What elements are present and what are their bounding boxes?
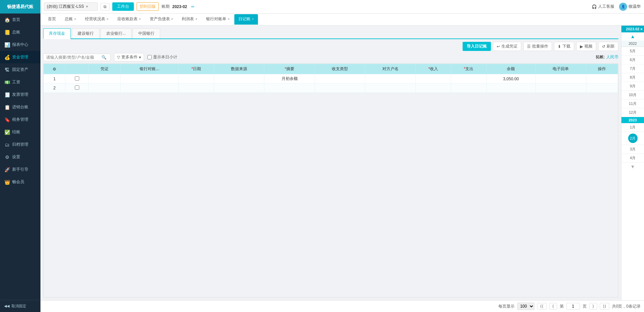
tab-close-icon[interactable]: × [107,17,109,21]
sidebar-item-资金管理[interactable]: 💰资金管理 [0,51,40,63]
sidebar-item-归档管理[interactable]: 🗂归档管理 [0,138,40,151]
bank-tab-库存现金[interactable]: 库存现金 [43,28,71,39]
show-daily-label[interactable]: 显示本日小计 [147,54,177,60]
batch-op-button[interactable]: ☰ 批量操作 [523,42,552,51]
tab-利润表[interactable]: 利润表 × [178,14,201,25]
download-button[interactable]: ⬇ 下载 [554,42,574,51]
month-item-2022-9月[interactable]: 9月 [621,82,644,91]
search-icon[interactable]: 🔍 [101,55,107,60]
sidebar-label: 报表中心 [12,42,28,48]
month-item-2022-5月[interactable]: 5月 [621,47,644,56]
switch-version-button[interactable]: 切到旧版 [137,2,159,11]
row-checkbox[interactable] [75,76,79,81]
sidebar-icon: 🗂 [4,142,10,147]
tab-总账[interactable]: 总账 × [61,14,80,25]
sidebar-item-结账[interactable]: ✅结账 [0,126,40,138]
sidebar-item-进销台账[interactable]: 📋进销台账 [0,101,40,113]
tab-经营状况表[interactable]: 经营状况表 × [81,14,113,25]
tab-close-icon[interactable]: × [228,17,230,21]
search-input[interactable] [46,55,100,60]
last-page-button[interactable]: ⟩⟩ [600,303,609,310]
tab-应收账款表[interactable]: 应收账款表 × [113,14,145,25]
month-item-2023-3月[interactable]: 3月 [621,145,644,154]
tab-资产负债表[interactable]: 资产负债表 × [146,14,177,25]
tab-bar: 首页总账 ×经营状况表 ×应收账款表 ×资产负债表 ×利润表 ×银行对账单 ×日… [40,13,644,26]
td-6 [264,84,315,93]
sidebar-icon: 🧾 [4,92,10,97]
month-item-2022-7月[interactable]: 7月 [621,64,644,73]
currency-value[interactable]: 人民币 [606,54,618,60]
sidebar-item-首页[interactable]: 🏠首页 [0,13,40,26]
month-item-2023-1月[interactable]: 1月 [621,123,644,132]
year-2022-label: 2022 [621,40,644,47]
sidebar-item-报表中心[interactable]: 📊报表中心 [0,38,40,51]
bank-tab-建设银行[interactable]: 建设银行 [72,28,99,38]
month-item-2022-6月[interactable]: 6月 [621,56,644,64]
tab-首页[interactable]: 首页 [44,14,60,25]
topbar-right: 🎧 人工客服 👤 徐温华 [592,3,641,11]
tab-label: 资产负债表 [150,16,170,22]
tab-close-icon[interactable]: × [252,17,254,21]
company-selector[interactable]: (勿动) 江西服宝-LSS ▼ [44,2,98,11]
th-支出: *支出 [451,64,486,74]
refresh-button[interactable]: ↺ 刷新 [598,42,618,51]
sidebar-icon: ✅ [4,130,10,135]
sidebar-item-设置[interactable]: ⚙设置 [0,151,40,163]
month-item-2022-8月[interactable]: 8月 [621,73,644,82]
date-panel-close-icon[interactable]: × [640,27,643,32]
tab-close-icon[interactable]: × [171,17,173,21]
app-logo: 畅捷通易代账 [0,0,40,13]
bank-tab-中国银行[interactable]: 中国银行 [133,28,160,38]
td-12 [536,84,586,93]
worktable-button[interactable]: 工作台 [112,2,134,11]
month-item-2022-10月[interactable]: 10月 [621,91,644,100]
date-nav-down[interactable]: ▼ [621,163,644,171]
video-button[interactable]: ▶ 视频 [576,42,596,51]
show-daily-checkbox[interactable] [147,55,152,59]
tab-close-icon[interactable]: × [195,17,197,21]
human-service-button[interactable]: 🎧 人工客服 [592,4,614,9]
sidebar-item-固定资产[interactable]: 🏗固定资产 [0,63,40,76]
period-edit-icon[interactable]: ✏ [191,4,195,9]
th-收支类型: 收支类型 [315,64,365,74]
table-body: 1月初余额3,050.002 [44,74,618,93]
sidebar-label: 总账 [12,29,20,35]
unpin-icon: ◀◀ [4,304,9,308]
td-6: 月初余额 [264,74,315,84]
th- [65,64,89,74]
import-journal-button[interactable]: 导入日记账 [463,42,491,51]
sidebar-item-工资[interactable]: 💵工资 [0,76,40,88]
generate-voucher-button[interactable]: ↩ 生成凭证 [493,42,521,51]
currency-area: 拓帐: 人民币 [596,54,618,60]
unpin-footer[interactable]: ◀◀ 取消固定 [0,300,40,312]
date-nav-up[interactable]: ▲ [621,32,644,40]
tab-银行对账单[interactable]: 银行对账单 × [202,14,234,25]
more-conditions-button[interactable]: ▽ 更多条件 ▾ [114,53,144,61]
next-page-button[interactable]: ⟩ [589,303,597,310]
sidebar-icon: 🏠 [4,17,10,23]
sidebar-item-新手引导[interactable]: 🚀新手引导 [0,163,40,176]
filter-row: 🔍 ▽ 更多条件 ▾ 显示本日小计 拓帐: 人民币 [43,53,618,61]
th-银行对账...: 银行对账... [120,64,178,74]
page-input[interactable] [566,303,580,310]
first-page-button[interactable]: ⟨⟨ [537,303,547,310]
bank-tab-农业银行...[interactable]: 农业银行... [100,28,131,38]
month-item-2022-12月[interactable]: 12月 [621,108,644,117]
month-item-2023-2月[interactable]: 2月 [621,132,644,145]
sidebar-item-税务管理[interactable]: 🔖税务管理 [0,113,40,126]
sidebar-item-发票管理[interactable]: 🧾发票管理 [0,88,40,101]
tab-日记账[interactable]: 日记账 × [234,14,258,25]
sidebar-icon: ⚙ [4,154,10,160]
sidebar-item-畅会员[interactable]: 👑畅会员 [0,176,40,188]
copy-button[interactable]: ⧉ [100,3,110,10]
user-profile[interactable]: 👤 徐温华 [619,3,641,11]
filter-chevron-icon: ▾ [139,55,141,60]
month-item-2023-4月[interactable]: 4月 [621,154,644,163]
prev-page-button[interactable]: ⟨ [549,303,557,310]
per-page-select[interactable]: 100 50 200 [517,303,534,310]
tab-close-icon[interactable]: × [74,17,76,21]
row-checkbox[interactable] [75,85,79,90]
month-item-2022-11月[interactable]: 11月 [621,100,644,108]
tab-close-icon[interactable]: × [139,17,141,21]
sidebar-item-总账[interactable]: 📒总账 [0,26,40,38]
